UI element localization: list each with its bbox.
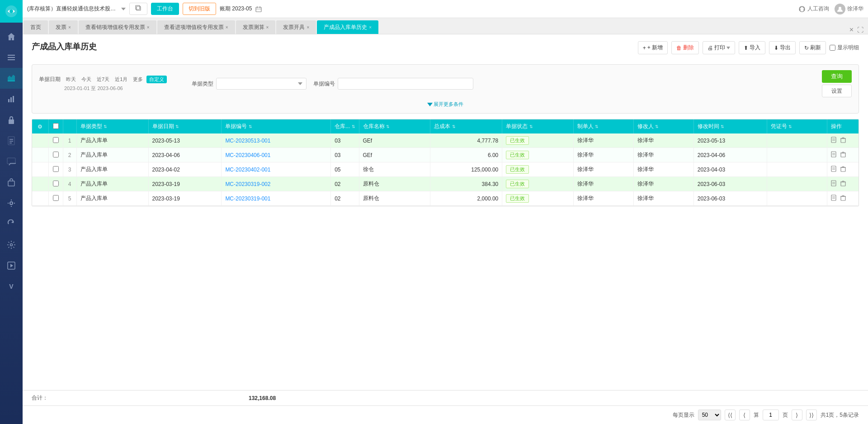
th-modify-time[interactable]: 修改时间 ⇅ — [693, 119, 767, 133]
sidebar-item-analytics[interactable] — [0, 89, 23, 110]
tab-purchase-invoice-close[interactable]: × — [226, 25, 228, 30]
export-button[interactable]: ⬇ 导出 — [769, 41, 796, 54]
last-page-button[interactable]: ⟩⟩ — [806, 410, 817, 420]
show-detail-checkbox[interactable] — [830, 45, 835, 51]
edit-icon[interactable] — [831, 151, 837, 159]
th-modifier[interactable]: 修改人 ⇅ — [633, 119, 693, 133]
delete-row-icon[interactable] — [840, 180, 846, 188]
tab-home[interactable]: 首页 — [24, 20, 48, 34]
expand-conditions-button[interactable]: 展开更多条件 — [427, 101, 463, 108]
delete-row-icon[interactable] — [840, 166, 846, 173]
cell-date: 2023-03-19 — [148, 177, 222, 191]
per-page-select[interactable]: 50 100 200 — [698, 410, 721, 420]
sidebar-item-lock[interactable] — [0, 110, 23, 130]
edit-icon[interactable] — [831, 137, 837, 144]
page-number-input[interactable] — [763, 410, 779, 420]
tab-invoice-issue[interactable]: 发票开具 × — [276, 20, 316, 34]
date-shortcut-yesterday[interactable]: 昨天 — [64, 76, 78, 83]
number-link[interactable]: MC-20230319-002 — [225, 181, 270, 187]
sidebar-item-tools[interactable] — [0, 193, 23, 214]
import-button[interactable]: ⬆ 导入 — [739, 41, 765, 54]
maximize-icon[interactable]: ⛶ — [857, 26, 863, 33]
close-tab-icon[interactable]: × — [849, 26, 854, 34]
sidebar-item-comment[interactable] — [0, 151, 23, 172]
edit-icon[interactable] — [831, 195, 837, 202]
date-shortcut-more[interactable]: 更多 — [131, 76, 145, 83]
th-settings[interactable]: ⚙ — [32, 119, 48, 133]
prev-page-button[interactable]: ⟨ — [739, 410, 750, 420]
delete-row-icon[interactable] — [840, 195, 846, 202]
sidebar-item-v[interactable]: V — [0, 276, 23, 297]
cell-checkbox[interactable] — [48, 148, 63, 162]
sidebar-item-home[interactable] — [0, 26, 23, 47]
tab-sales-invoice-close[interactable]: × — [147, 25, 150, 30]
number-link[interactable]: MC-20230406-001 — [225, 152, 270, 158]
type-filter-select[interactable]: 产品入库单 — [216, 78, 307, 90]
delete-icon: 🗑 — [676, 45, 682, 51]
date-shortcut-1month[interactable]: 近1月 — [113, 76, 129, 83]
refresh-button[interactable]: ↻ 刷新 — [799, 41, 826, 54]
edit-icon[interactable] — [831, 166, 837, 173]
th-creator[interactable]: 制单人 ⇅ — [573, 119, 633, 133]
cell-modify-time: 2023-04-06 — [693, 148, 767, 162]
number-link[interactable]: MC-20230402-001 — [225, 167, 270, 173]
date-shortcut-7days[interactable]: 近7天 — [95, 76, 111, 83]
th-type[interactable]: 单据类型 ⇅ — [76, 119, 148, 133]
sidebar-item-chart[interactable] — [0, 68, 23, 89]
cell-checkbox[interactable] — [48, 191, 63, 206]
copy-btn[interactable] — [129, 3, 147, 15]
print-button[interactable]: 🖨 打印 — [703, 41, 735, 54]
reset-button[interactable]: 设置 — [822, 85, 852, 97]
number-link[interactable]: MC-20230319-001 — [225, 195, 270, 202]
show-detail-toggle[interactable]: 显示明细 — [830, 44, 859, 52]
tab-invoice-close[interactable]: × — [68, 25, 71, 30]
add-button[interactable]: + + 新增 — [638, 41, 668, 54]
cell-checkbox[interactable] — [48, 162, 63, 177]
date-shortcut-today[interactable]: 今天 — [80, 76, 93, 83]
sidebar-item-nav[interactable] — [0, 47, 23, 68]
sidebar-item-doc[interactable] — [0, 130, 23, 151]
sidebar-item-sync[interactable] — [0, 214, 23, 234]
sidebar-item-play[interactable] — [0, 255, 23, 276]
number-link[interactable]: MC-20230513-001 — [225, 138, 270, 144]
tab-sales-invoice[interactable]: 查看销项增值税专用发票 × — [79, 20, 156, 34]
switch-version-button[interactable]: 切到旧版 — [183, 3, 216, 15]
cell-checkbox[interactable] — [48, 177, 63, 191]
query-button[interactable]: 查询 — [822, 70, 852, 83]
delete-row-icon[interactable] — [840, 151, 846, 159]
cell-index: 5 — [63, 191, 76, 206]
edit-icon[interactable] — [831, 180, 837, 188]
tab-purchase-invoice[interactable]: 查看进项增值税专用发票 × — [157, 20, 235, 34]
tab-product-history-close[interactable]: × — [369, 25, 372, 30]
select-all-checkbox[interactable] — [53, 123, 59, 129]
th-date[interactable]: 单据日期 ⇅ — [148, 119, 222, 133]
th-checkbox[interactable] — [48, 119, 63, 133]
th-total-cost[interactable]: 总成本 ⇅ — [430, 119, 502, 133]
tab-invoice-calc-close[interactable]: × — [266, 25, 269, 30]
tab-invoice-issue-label: 发票开具 — [283, 24, 305, 31]
next-page-button[interactable]: ⟩ — [792, 410, 802, 420]
number-filter-input[interactable] — [338, 78, 473, 90]
delete-button[interactable]: 🗑 删除 — [671, 41, 699, 54]
date-filter: 单据日期 昨天 今天 近7天 近1月 更多 自定义 2023-01-01 至 2… — [39, 76, 167, 92]
sidebar-item-package[interactable] — [0, 172, 23, 193]
delete-row-icon[interactable] — [840, 137, 846, 144]
first-page-button[interactable]: ⟨⟨ — [725, 410, 736, 420]
tab-product-history[interactable]: 产成品入库单历史 × — [317, 20, 378, 34]
user-profile[interactable]: 徐泽华 — [835, 4, 863, 14]
tab-invoice-calc[interactable]: 发票测算 × — [236, 20, 276, 34]
calendar-icon[interactable] — [255, 6, 262, 12]
sidebar-item-settings[interactable] — [0, 234, 23, 255]
tab-invoice-issue-close[interactable]: × — [307, 25, 309, 30]
th-status[interactable]: 单据状态 ⇅ — [502, 119, 574, 133]
workbench-button[interactable]: 工作台 — [151, 3, 179, 15]
th-number[interactable]: 单据编号 ⇅ — [222, 119, 331, 133]
tab-invoice[interactable]: 发票 × — [49, 20, 78, 34]
date-shortcut-custom[interactable]: 自定义 — [146, 76, 167, 83]
cell-checkbox[interactable] — [48, 133, 63, 148]
cell-modify-time: 2023-05-13 — [693, 133, 767, 148]
th-warehouse-name[interactable]: 仓库名称 ⇅ — [359, 119, 430, 133]
support-info[interactable]: 人工咨询 — [798, 5, 829, 13]
th-voucher[interactable]: 凭证号 ⇅ — [767, 119, 827, 133]
th-warehouse-code[interactable]: 仓库... ⇅ — [331, 119, 359, 133]
